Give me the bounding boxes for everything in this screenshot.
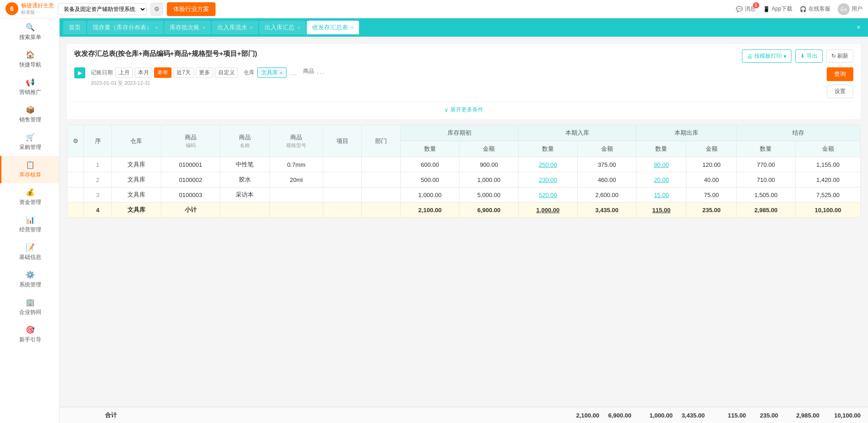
row-3-init-qty: 1,000.00 [400, 187, 459, 203]
subtotal-out-qty[interactable]: 115.00 [636, 203, 686, 218]
tab-batch-ledger-close[interactable]: × [202, 25, 205, 30]
sidebar-item-search[interactable]: 🔍 搜索菜单 [0, 18, 59, 46]
page-actions: 🖨 按模板打印 ▾ ⬇ 导出 ↻ 刷新 [742, 49, 853, 63]
date-buttons: 上月 本月 本年 近7天 更多 自定义 [116, 67, 238, 78]
tab-in-out-summary[interactable]: 出入库汇总 × [259, 21, 305, 34]
row-1-no: 1 [84, 157, 112, 172]
product-filter: 商品 ... [303, 67, 325, 75]
th-project: 项目 [323, 125, 362, 157]
sidebar-item-operations[interactable]: 📊 经营管理 [0, 211, 59, 238]
row-2-in-qty[interactable]: 230.00 [519, 172, 578, 187]
tab-in-out-summary-close[interactable]: × [297, 25, 300, 30]
row-2-warehouse: 文具库 [112, 172, 161, 187]
settings-button[interactable]: ⚙ [150, 3, 163, 16]
tab-in-out-flow[interactable]: 出入库流水 × [212, 21, 258, 34]
sidebar-item-inventory[interactable]: 📋 库存核算 [0, 156, 59, 183]
th-settings: ⚙ [67, 125, 84, 157]
th-out-amt: 金额 [686, 141, 736, 157]
warehouse-label: 仓库 [243, 69, 254, 77]
row-2-settings [67, 172, 84, 187]
subtotal-settings [67, 203, 84, 218]
avatar: Ea [838, 3, 850, 15]
product-ellipsis[interactable]: ... [317, 68, 325, 75]
operations-icon: 📊 [26, 215, 35, 224]
tab-in-out-flow-close[interactable]: × [250, 25, 253, 30]
row-2-bal-qty: 710.00 [736, 172, 796, 187]
tab-collect-summary[interactable]: 收发存汇总表 × [307, 21, 359, 34]
user-name-label: 用户 [851, 5, 862, 13]
sidebar-item-system-label: 系统管理 [19, 281, 41, 289]
table-settings-button[interactable]: 设置 [827, 85, 853, 98]
print-icon: 🖨 [747, 53, 752, 60]
notification-item[interactable]: 💬 消息 6 [736, 5, 756, 13]
collapse-arrow[interactable]: ▶ [74, 67, 85, 78]
sidebar-item-search-label: 搜索菜单 [19, 33, 41, 41]
export-button[interactable]: ⬇ 导出 [795, 49, 822, 63]
tab-collect-summary-close[interactable]: × [351, 25, 354, 30]
sidebar-item-purchase-label: 采购管理 [19, 143, 41, 151]
date-btn-7days[interactable]: 近7天 [173, 67, 194, 78]
expand-button[interactable]: ∨ 展开更多条件 [444, 106, 483, 114]
warehouse-filter: 仓库 文具库 × ... [243, 67, 298, 78]
th-group-balance: 结存 [736, 125, 860, 141]
sidebar-item-quick-nav[interactable]: 🏠 快捷导航 [0, 46, 59, 73]
sidebar-item-enterprise[interactable]: 🏢 企业协同 [0, 293, 59, 321]
tab-inventory-dist[interactable]: 现存量（库存分布表） × [87, 21, 163, 34]
row-1-settings [67, 157, 84, 172]
sidebar-item-system[interactable]: ⚙️ 系统管理 [0, 266, 59, 293]
sidebar-item-purchase[interactable]: 🛒 采购管理 [0, 128, 59, 156]
subtotal-bal-amt: 10,100.00 [796, 203, 861, 218]
date-btn-more[interactable]: 更多 [196, 67, 213, 78]
row-1-out-qty[interactable]: 80.00 [636, 157, 686, 172]
warehouse-tag-close[interactable]: × [280, 70, 282, 76]
query-button[interactable]: 查询 [827, 67, 853, 81]
system-select[interactable]: 装备及固定资产辅助管理系统 [58, 3, 147, 15]
subtotal-in-qty[interactable]: 1,000.00 [519, 203, 578, 218]
sales-icon: 📦 [26, 105, 35, 114]
sidebar-item-finance[interactable]: 💰 资金管理 [0, 183, 59, 211]
row-1-in-qty[interactable]: 250.00 [519, 157, 578, 172]
enterprise-icon: 🏢 [26, 298, 35, 307]
logo-text-area: 畅捷通好生意 标准版 [21, 2, 54, 15]
page-title-area: 收发存汇总表(按仓库+商品编码+商品+规格型号+项目+部门) [74, 49, 257, 63]
trial-button[interactable]: 体验行业方案 [167, 2, 216, 16]
row-3-init-amt: 5,000.00 [459, 187, 519, 203]
row-3-out-qty[interactable]: 15.00 [636, 187, 686, 203]
row-3-in-qty[interactable]: 520.00 [519, 187, 578, 203]
column-settings-icon[interactable]: ⚙ [73, 137, 78, 144]
sidebar-item-basic[interactable]: 📝 基础信息 [0, 238, 59, 266]
online-service-item[interactable]: 🎧 在线客服 [800, 5, 830, 13]
app-download-item[interactable]: 📱 App下载 [763, 5, 792, 13]
date-btn-last-month[interactable]: 上月 [116, 67, 133, 78]
query-settings-area: 查询 设置 [827, 67, 853, 98]
date-filter-row: 记账日期 上月 本月 本年 近7天 更多 自定义 [91, 67, 238, 78]
tab-inventory-dist-close[interactable]: × [155, 25, 158, 30]
subtotal-label: 小计 [161, 203, 220, 218]
th-init-amt: 金额 [459, 141, 519, 157]
row-2-out-qty[interactable]: 20.00 [636, 172, 686, 187]
sidebar-item-marketing[interactable]: 📢 营销推广 [0, 73, 59, 101]
refresh-button[interactable]: ↻ 刷新 [826, 49, 853, 63]
subtotal-init-amt: 6,900.00 [459, 203, 519, 218]
print-button[interactable]: 🖨 按模板打印 ▾ [742, 49, 791, 63]
date-btn-custom[interactable]: 自定义 [215, 67, 238, 78]
footer-total-row: 合计 2,100.00 6,900.00 1,000.00 3,435.00 1… [60, 407, 868, 423]
row-3-code: 0100003 [161, 187, 220, 203]
sidebar-item-quick-nav-label: 快捷导航 [19, 61, 41, 69]
date-btn-this-year[interactable]: 本年 [154, 67, 171, 78]
page-header: 收发存汇总表(按仓库+商品编码+商品+规格型号+项目+部门) 🖨 按模板打印 ▾… [67, 44, 861, 119]
warehouse-ellipsis[interactable]: ... [289, 69, 298, 77]
date-btn-this-month[interactable]: 本月 [135, 67, 152, 78]
row-2-init-amt: 1,000.00 [459, 172, 519, 187]
tab-in-out-flow-label: 出入库流水 [217, 23, 247, 32]
sidebar-item-sales[interactable]: 📦 销售管理 [0, 101, 59, 128]
tab-home[interactable]: 首页 [63, 21, 86, 34]
close-all-tabs[interactable]: × [853, 23, 864, 32]
sidebar-item-guide[interactable]: 🎯 新手引导 [0, 321, 59, 348]
row-1-bal-amt: 1,155.00 [796, 157, 861, 172]
subtotal-name [220, 203, 270, 218]
footer-total-out-qty: 115.00 [709, 412, 746, 419]
tab-batch-ledger[interactable]: 库存批次账 × [164, 21, 210, 34]
th-product-spec: 商品规格型号 [270, 125, 323, 157]
user-item[interactable]: Ea 用户 [838, 3, 862, 15]
